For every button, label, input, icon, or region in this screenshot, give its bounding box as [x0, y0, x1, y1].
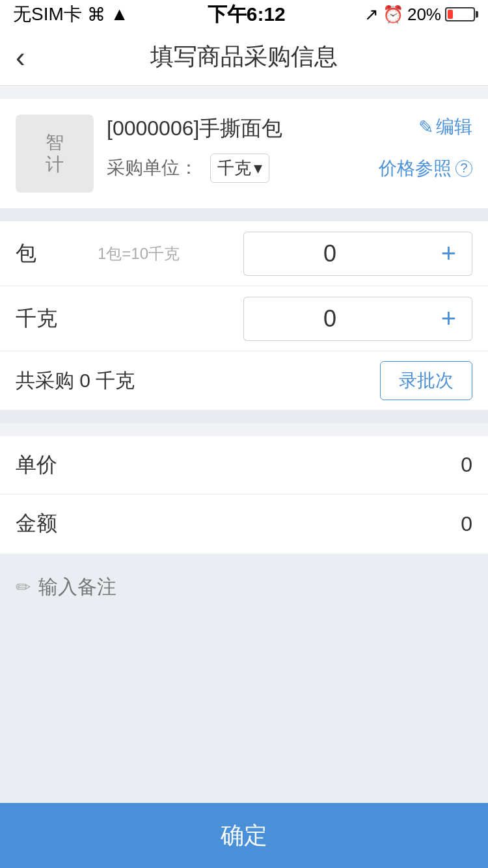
unit-row-left: 采购单位： 千克 ▾	[107, 154, 269, 183]
status-right: ↗ ⏰ 20%	[364, 5, 475, 25]
signal-bars: ▲	[111, 4, 129, 25]
status-bar: 无SIM卡 ⌘ ▲ 下午6:12 ↗ ⏰ 20%	[0, 0, 488, 29]
chevron-down-icon: ▾	[254, 158, 262, 178]
amount-row: 金额 0	[0, 495, 488, 553]
kg-label: 千克	[16, 305, 94, 333]
remark-section: ✏	[0, 554, 488, 619]
kg-input-row: 千克 +	[0, 286, 488, 351]
unit-row-label: 采购单位：	[107, 157, 198, 178]
bag-quantity-input[interactable]	[243, 232, 426, 276]
help-icon: ?	[455, 160, 472, 177]
amount-value: 0	[461, 512, 472, 536]
edit-button[interactable]: ✎ 编辑	[418, 115, 472, 139]
battery-icon	[445, 7, 475, 21]
unit-price-label: 单价	[16, 451, 57, 480]
bag-label: 包	[16, 239, 94, 268]
unit-price-row: 单价 0	[0, 436, 488, 495]
section-divider-1	[0, 208, 488, 221]
nav-bar: ‹ 填写商品采购信息	[0, 29, 488, 86]
carrier-label: 无SIM卡	[13, 2, 82, 27]
battery-fill	[448, 10, 453, 19]
amount-label: 金额	[16, 509, 57, 538]
product-logo: 智 计	[46, 131, 64, 175]
product-unit-row: 采购单位： 千克 ▾ 价格参照 ?	[107, 154, 472, 183]
batch-button[interactable]: 录批次	[380, 361, 472, 400]
battery-percent: 20%	[407, 5, 441, 25]
remark-input[interactable]	[38, 576, 472, 598]
location-icon: ↗	[364, 5, 379, 25]
product-name: [0000006]手撕面包	[107, 115, 418, 143]
total-label: 共采购 0 千克	[16, 368, 135, 394]
page-title: 填写商品采购信息	[150, 41, 338, 73]
product-top-row: [0000006]手撕面包 ✎ 编辑	[107, 115, 472, 143]
detail-section: 单价 0 金额 0	[0, 436, 488, 553]
bag-sublabel: 1包=10千克	[98, 243, 180, 264]
bag-plus-button[interactable]: +	[426, 232, 472, 276]
product-card: 智 计 [0000006]手撕面包 ✎ 编辑 采购单位： 千克 ▾ 价格参照 ?	[0, 99, 488, 208]
input-section: 包 1包=10千克 + 千克 +	[0, 221, 488, 351]
bag-input-row: 包 1包=10千克 +	[0, 221, 488, 286]
price-ref-button[interactable]: 价格参照 ?	[379, 156, 472, 181]
confirm-button[interactable]: 确定	[221, 820, 267, 852]
product-info: [0000006]手撕面包 ✎ 编辑 采购单位： 千克 ▾ 价格参照 ?	[107, 115, 472, 183]
status-left: 无SIM卡 ⌘ ▲	[13, 2, 129, 27]
kg-quantity-input[interactable]	[243, 297, 426, 341]
pencil-icon: ✏	[16, 576, 31, 598]
edit-icon: ✎	[418, 116, 433, 138]
bag-input-right: +	[180, 232, 472, 276]
section-divider-2	[0, 410, 488, 423]
wifi-icon: ⌘	[87, 4, 105, 25]
status-time: 下午6:12	[208, 1, 286, 28]
product-image: 智 计	[16, 115, 94, 193]
alarm-icon: ⏰	[383, 5, 403, 25]
kg-plus-button[interactable]: +	[426, 297, 472, 341]
total-row: 共采购 0 千克 录批次	[0, 351, 488, 410]
kg-input-right: +	[94, 297, 472, 341]
unit-select[interactable]: 千克 ▾	[210, 154, 269, 183]
unit-price-value: 0	[461, 453, 472, 477]
confirm-section[interactable]: 确定	[0, 803, 488, 868]
back-button[interactable]: ‹	[16, 43, 25, 72]
